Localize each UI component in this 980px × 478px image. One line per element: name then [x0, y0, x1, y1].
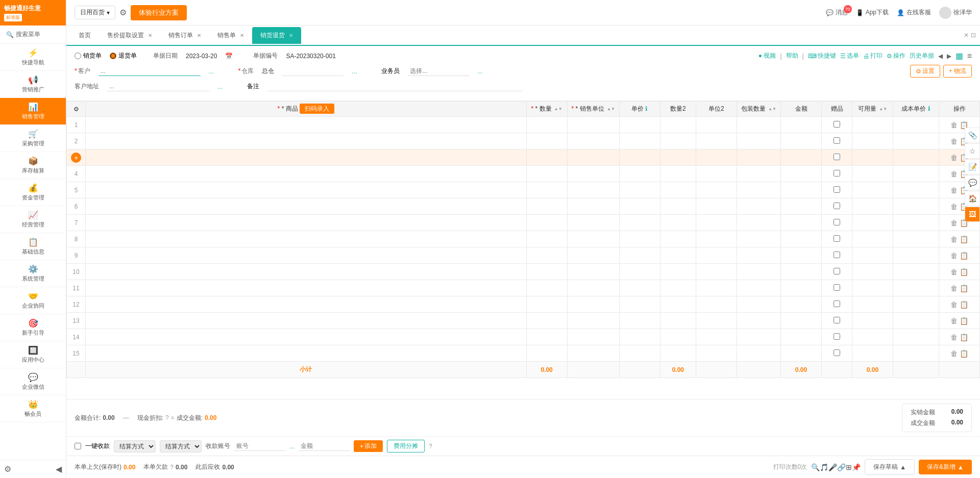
unit2-cell-6[interactable]	[696, 198, 737, 215]
delete-btn-2[interactable]: 🗑	[950, 137, 958, 145]
gift-checkbox-12[interactable]	[834, 300, 840, 307]
industry-dropdown[interactable]: 日用百货 ▾	[75, 6, 115, 19]
sidebar-item-apps[interactable]: 🔲 应用中心	[0, 341, 66, 368]
pack-cell-7[interactable]	[737, 215, 780, 231]
unit-cell-9[interactable]	[567, 247, 619, 264]
return-radio-input[interactable]	[110, 53, 116, 59]
unit2-cell-7[interactable]	[696, 215, 737, 231]
tab-price-setting-close[interactable]: ✕	[148, 33, 152, 38]
delete-btn-12[interactable]: 🗑	[950, 300, 958, 309]
avail-cell-15[interactable]	[852, 345, 893, 362]
gift-cell-5[interactable]	[822, 182, 852, 198]
sidebar-search[interactable]: 🔍 搜索菜单	[0, 26, 66, 44]
gift-checkbox-13[interactable]	[834, 317, 840, 323]
sidebar-item-marketing[interactable]: 📢 营销推广	[0, 71, 66, 98]
app-download-btn[interactable]: 📱 App下载	[856, 8, 889, 17]
calc-method-select[interactable]: 结算方式	[114, 440, 156, 452]
price-cell-3[interactable]	[619, 149, 660, 166]
avail-sort[interactable]: ▲▼	[879, 107, 887, 111]
gift-cell-10[interactable]	[822, 264, 852, 280]
cost-cell-7[interactable]	[893, 215, 939, 231]
avail-cell-4[interactable]	[852, 166, 893, 182]
unit2-cell-2[interactable]	[696, 133, 737, 149]
gift-cell-4[interactable]	[822, 166, 852, 182]
amount-cell-4[interactable]	[781, 166, 822, 182]
pack-cell-13[interactable]	[737, 313, 780, 329]
settings-button[interactable]: ⚙ 设置	[910, 65, 940, 78]
sidebar-item-purchase[interactable]: 🛒 采购管理	[0, 125, 66, 152]
delete-btn-1[interactable]: 🗑	[950, 121, 958, 129]
panel-btn-3[interactable]: 📝	[965, 159, 980, 174]
copy-btn-11[interactable]: 📋	[960, 284, 968, 292]
tab-sales-delivery[interactable]: 销售单 ✕	[209, 27, 252, 44]
product-cell-12[interactable]	[86, 296, 527, 313]
experience-button[interactable]: 体验行业方案	[131, 5, 187, 20]
pack-cell-6[interactable]	[737, 198, 780, 215]
qty2-cell-1[interactable]	[660, 117, 696, 133]
product-cell-15[interactable]	[86, 345, 527, 362]
tab-price-setting[interactable]: 售价提取设置 ✕	[99, 27, 160, 44]
amount-cell-5[interactable]	[781, 182, 822, 198]
qty-cell-4[interactable]	[526, 166, 567, 182]
avail-cell-14[interactable]	[852, 329, 893, 345]
cost-cell-5[interactable]	[893, 182, 939, 198]
product-cell-5[interactable]	[86, 182, 527, 198]
qty-cell-14[interactable]	[526, 329, 567, 345]
amount-cell-11[interactable]	[781, 280, 822, 296]
delete-btn-11[interactable]: 🗑	[950, 284, 958, 292]
price-cell-2[interactable]	[619, 133, 660, 149]
product-cell-11[interactable]	[86, 280, 527, 296]
unit-sort[interactable]: ▲▼	[607, 107, 615, 111]
unit-cell-11[interactable]	[567, 280, 619, 296]
pack-cell-15[interactable]	[737, 345, 780, 362]
unit2-cell-12[interactable]	[696, 296, 737, 313]
amount-cell-12[interactable]	[781, 296, 822, 313]
avail-cell-1[interactable]	[852, 117, 893, 133]
list-view-btn[interactable]: ≡	[967, 52, 972, 61]
product-cell-3[interactable]	[86, 149, 527, 166]
avail-cell-12[interactable]	[852, 296, 893, 313]
pack-cell-2[interactable]	[737, 133, 780, 149]
product-cell-1[interactable]	[86, 117, 527, 133]
add-row-btn-3[interactable]: +	[71, 153, 81, 163]
shortcut-btn[interactable]: ⌨ 快捷键	[808, 52, 836, 60]
unit-cell-10[interactable]	[567, 264, 619, 280]
gift-cell-3[interactable]	[822, 149, 852, 166]
delete-btn-4[interactable]: 🗑	[950, 170, 958, 178]
gift-checkbox-7[interactable]	[834, 219, 840, 225]
salesperson-input[interactable]	[408, 66, 469, 76]
unit-cell-5[interactable]	[567, 182, 619, 198]
warehouse-dots[interactable]: ...	[352, 68, 357, 75]
sidebar-item-basic[interactable]: 📋 基础信息	[0, 233, 66, 260]
unit2-cell-10[interactable]	[696, 264, 737, 280]
qty-cell-3[interactable]	[526, 149, 567, 166]
amount-cell-7[interactable]	[781, 215, 822, 231]
qty2-cell-5[interactable]	[660, 182, 696, 198]
unit2-cell-8[interactable]	[696, 231, 737, 247]
pack-cell-3[interactable]	[737, 149, 780, 166]
gift-cell-7[interactable]	[822, 215, 852, 231]
gift-cell-2[interactable]	[822, 133, 852, 149]
product-cell-2[interactable]	[86, 133, 527, 149]
unit2-cell-5[interactable]	[696, 182, 737, 198]
gift-checkbox-10[interactable]	[834, 268, 840, 274]
qty-cell-13[interactable]	[526, 313, 567, 329]
panel-btn-2[interactable]: ☆	[965, 143, 980, 159]
sidebar-item-operations[interactable]: 📈 经营管理	[0, 206, 66, 233]
gift-cell-6[interactable]	[822, 198, 852, 215]
gift-checkbox-1[interactable]	[834, 121, 840, 128]
product-cell-4[interactable]	[86, 166, 527, 182]
copy-btn-9[interactable]: 📋	[960, 251, 968, 260]
product-cell-6[interactable]	[86, 198, 527, 215]
gift-checkbox-2[interactable]	[834, 137, 840, 144]
select-btn[interactable]: ☰ 选单	[840, 52, 859, 60]
warehouse-input[interactable]	[282, 66, 344, 76]
amount-cell-2[interactable]	[781, 133, 822, 149]
unit-cell-1[interactable]	[567, 117, 619, 133]
price-cell-13[interactable]	[619, 313, 660, 329]
cost-cell-1[interactable]	[893, 117, 939, 133]
pack-cell-10[interactable]	[737, 264, 780, 280]
unit-cell-13[interactable]	[567, 313, 619, 329]
pack-cell-8[interactable]	[737, 231, 780, 247]
panel-btn-4[interactable]: 💬	[965, 175, 980, 190]
